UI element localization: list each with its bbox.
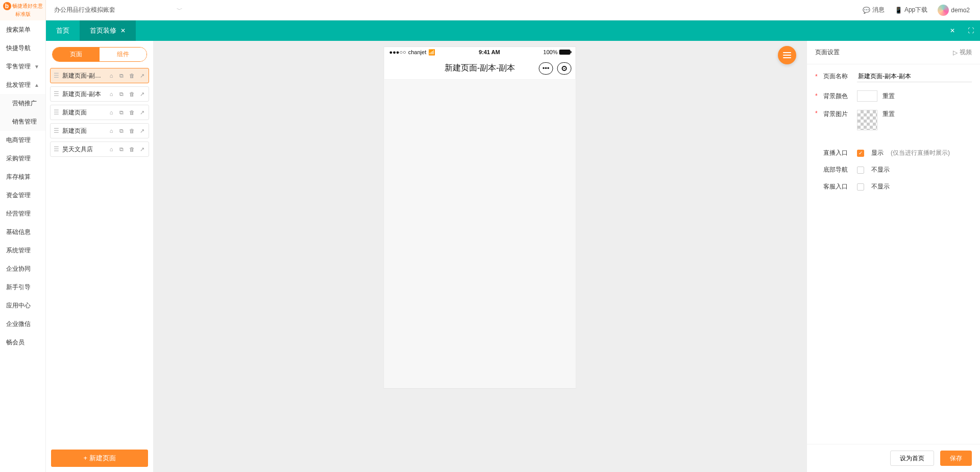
account-select[interactable]: 办公用品行业模拟账套 ﹀ [46,6,191,14]
caret-down-icon: ▼ [34,64,39,69]
copy-icon[interactable]: ⧉ [118,109,125,116]
share-icon[interactable]: ↗ [138,109,145,116]
nav-sales[interactable]: 销售管理 [0,112,45,131]
phone-title: 新建页面-副本-副本 [445,63,516,74]
nav-apps[interactable]: 应用中心 [0,296,45,315]
home-icon[interactable]: ⌂ [108,73,115,79]
page-item[interactable]: ☰ 新建页面 ⌂ ⧉ 🗑 ↗ [50,123,149,138]
app-download-button[interactable]: 📱 App下载 [895,6,927,14]
nav-collab[interactable]: 企业协同 [0,259,45,278]
drag-icon[interactable]: ☰ [54,90,59,98]
new-page-button[interactable]: + 新建页面 [51,450,148,467]
bg-color-reset[interactable]: 重置 [883,92,895,101]
nav-system[interactable]: 系统管理 [0,241,45,259]
nav-base[interactable]: 基础信息 [0,223,45,241]
phone-status-bar: ●●●○○ chanjet 📶 9:41 AM 100% [384,47,576,57]
nav-funds[interactable]: 资金管理 [0,186,45,204]
page-item[interactable]: ☰ 昊天文具店 ⌂ ⧉ 🗑 ↗ [50,141,149,157]
seg-page[interactable]: 页面 [53,48,100,61]
page-name-input[interactable] [857,70,972,82]
nav-ecommerce[interactable]: 电商管理 [0,131,45,149]
bg-image-picker[interactable] [857,110,877,130]
settings-panel: 页面设置 ▷视频 * 页面名称 * 背景颜色 重置 [806,41,980,472]
delete-icon[interactable]: 🗑 [128,146,135,152]
top-header: b 畅捷通好生意 标准版 办公用品行业模拟账套 ﹀ 💬 消息 📱 App下载 d… [0,0,980,20]
wifi-icon: 📶 [428,49,435,56]
drag-icon[interactable]: ☰ [54,127,59,134]
drag-icon[interactable]: ☰ [54,146,59,153]
user-menu[interactable]: demo2 [938,5,970,16]
nav-wechat[interactable]: 企业微信 [0,315,45,333]
copy-icon[interactable]: ⧉ [118,146,125,153]
video-help-link[interactable]: ▷视频 [953,48,972,57]
bottom-nav-checkbox[interactable] [857,167,864,174]
bg-color-swatch[interactable] [857,90,877,102]
logo-edition: 标准版 [15,11,31,18]
drag-icon[interactable]: ☰ [54,72,59,79]
nav-quick[interactable]: 快捷导航 [0,39,45,57]
live-hint: (仅当进行直播时展示) [891,149,950,157]
share-icon[interactable]: ↗ [138,73,145,79]
save-button[interactable]: 保存 [940,451,972,466]
home-icon[interactable]: ⌂ [108,109,115,115]
page-list-panel: 页面 组件 ☰ 新建页面-副本-... ⌂ ⧉ 🗑 ↗ [46,41,153,472]
drag-icon[interactable]: ☰ [54,109,59,116]
messages-button[interactable]: 💬 消息 [863,6,885,14]
share-icon[interactable]: ↗ [138,128,145,134]
drawer-toggle[interactable] [778,46,796,64]
more-icon[interactable]: ••• [539,62,553,75]
nav-search[interactable]: 搜索菜单 [0,20,45,39]
live-show-checkbox[interactable]: ✓ [857,150,864,157]
close-icon[interactable]: ✕ [120,27,126,34]
copy-icon[interactable]: ⧉ [118,128,125,134]
delete-icon[interactable]: 🗑 [128,73,135,79]
delete-icon[interactable]: 🗑 [128,128,135,134]
segmented-control: 页面 组件 [52,47,147,62]
nav-business[interactable]: 经营管理 [0,204,45,223]
nav-inventory[interactable]: 库存核算 [0,168,45,186]
page-item[interactable]: ☰ 新建页面-副本-... ⌂ ⧉ 🗑 ↗ [50,68,149,83]
seg-component[interactable]: 组件 [100,48,146,61]
nav-member[interactable]: 畅会员 [0,333,45,351]
phone-canvas[interactable] [384,80,576,388]
home-icon[interactable]: ⌂ [108,91,115,97]
share-icon[interactable]: ↗ [138,91,145,98]
set-home-button[interactable]: 设为首页 [890,451,934,466]
fullscreen-icon[interactable]: ⛶ [962,20,980,41]
nav-marketing[interactable]: 营销推广 [0,94,45,112]
required-mark: * [815,92,818,100]
avatar [938,5,949,16]
phone-icon: 📱 [895,7,902,14]
phone-time: 9:41 AM [435,49,543,55]
home-icon[interactable]: ⌂ [108,146,115,152]
message-icon: 💬 [863,7,870,14]
share-icon[interactable]: ↗ [138,146,145,153]
copy-icon[interactable]: ⧉ [118,91,125,98]
page-list: ☰ 新建页面-副本-... ⌂ ⧉ 🗑 ↗ ☰ 新建页面-副本 ⌂ ⧉ [46,68,153,160]
bg-image-reset[interactable]: 重置 [883,110,895,119]
bg-color-label: 背景颜色 [823,92,852,101]
nav-purchase[interactable]: 采购管理 [0,149,45,168]
logo-mark: b [3,2,11,10]
tab-close-all[interactable]: ✕ [943,20,962,41]
delete-icon[interactable]: 🗑 [128,91,135,97]
home-icon[interactable]: ⌂ [108,128,115,134]
service-entry-checkbox[interactable] [857,183,864,191]
nav-retail[interactable]: 零售管理▼ [0,57,45,76]
battery-value: 100% [543,49,557,55]
page-item[interactable]: ☰ 新建页面 ⌂ ⧉ 🗑 ↗ [50,105,149,120]
page-item[interactable]: ☰ 新建页面-副本 ⌂ ⧉ 🗑 ↗ [50,86,149,102]
target-icon[interactable] [557,62,572,75]
account-name: 办公用品行业模拟账套 [54,6,115,14]
chevron-down-icon: ﹀ [177,6,183,14]
tab-home[interactable]: 首页 [46,20,80,41]
menu-icon [783,55,791,56]
settings-title: 页面设置 [815,48,840,57]
copy-icon[interactable]: ⧉ [118,73,125,79]
nav-wholesale[interactable]: 批发管理▲ [0,76,45,94]
delete-icon[interactable]: 🗑 [128,109,135,115]
nav-guide[interactable]: 新手引导 [0,278,45,296]
logo[interactable]: b 畅捷通好生意 标准版 [0,0,46,20]
tab-decoration[interactable]: 首页装修 ✕ [80,20,136,41]
carrier: chanjet [408,49,426,55]
